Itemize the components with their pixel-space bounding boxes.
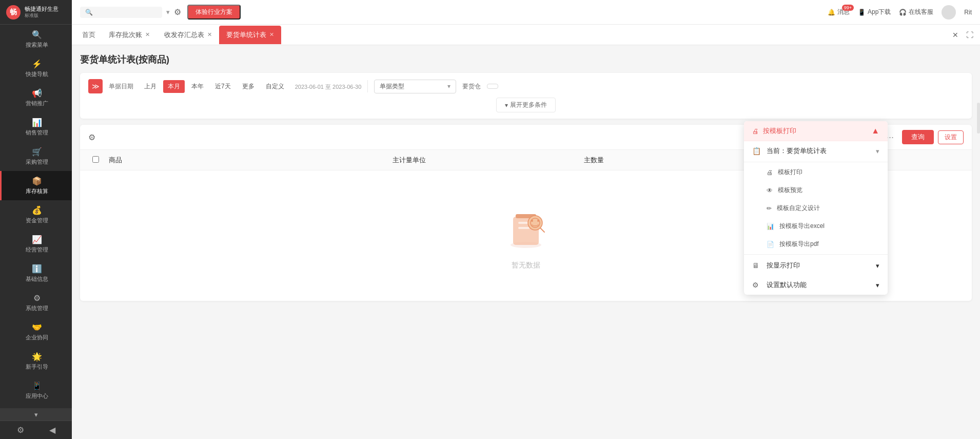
promo-button[interactable]: 体验行业方案 bbox=[187, 5, 241, 20]
username: Rit bbox=[964, 9, 972, 16]
default-settings-section[interactable]: ⚙ 设置默认功能 ▾ bbox=[744, 275, 888, 295]
topbar-right: 🔔 消息 99+ 📱 App下载 🎧 在线客服 Rit bbox=[828, 5, 972, 20]
sidebar-item-label: 销售管理 bbox=[26, 129, 48, 137]
avatar[interactable] bbox=[942, 5, 956, 20]
date-range-display: 2023-06-01 至 2023-06-30 bbox=[295, 82, 362, 91]
sidebar-item-label: 搜索菜单 bbox=[26, 41, 48, 49]
order-type-label: 单据类型 bbox=[380, 82, 404, 91]
sidebar-item-sales[interactable]: 📊 销售管理 bbox=[0, 112, 72, 142]
date-btn-more[interactable]: 更多 bbox=[238, 80, 259, 93]
scrollbar-thumb[interactable] bbox=[977, 103, 980, 133]
topbar-dropdown-arrow[interactable]: ▾ bbox=[166, 8, 170, 16]
online-service-btn[interactable]: 🎧 在线客服 bbox=[899, 8, 933, 16]
tab-stock-summary[interactable]: 收发存汇总表 ✕ bbox=[157, 26, 219, 44]
main-content: 🔍 ▾ ⚙ 体验行业方案 🔔 消息 99+ 📱 App下载 🎧 在线客服 Rit bbox=[72, 0, 980, 439]
megaphone-icon: 📢 bbox=[32, 88, 42, 98]
date-btn-this-year[interactable]: 本年 bbox=[187, 80, 208, 93]
filter-expand-btn[interactable]: ≫ bbox=[88, 79, 103, 93]
sidebar-item-system[interactable]: ⚙ 系统管理 bbox=[0, 288, 72, 317]
topbar-left: 🔍 ▾ ⚙ 体验行业方案 bbox=[80, 5, 828, 20]
template-export-pdf-item[interactable]: 📄 按模板导出pdf bbox=[744, 235, 888, 253]
gear-icon: ⚙ bbox=[33, 293, 41, 303]
date-buttons: 上月 本月 本年 近7天 更多 自定义 bbox=[140, 80, 289, 93]
print-dropdown-close-btn[interactable]: ▲ bbox=[871, 126, 879, 136]
guide-icon: 🌟 bbox=[32, 352, 42, 361]
cargo-filter[interactable] bbox=[487, 84, 498, 89]
sidebar-item-basic-info[interactable]: ℹ️ 基础信息 bbox=[0, 259, 72, 288]
sidebar-item-label: 应用中心 bbox=[26, 392, 48, 400]
sidebar-item-quick-nav[interactable]: ⚡ 快捷导航 bbox=[0, 54, 72, 83]
tab-close-icon[interactable]: ✕ bbox=[207, 31, 212, 38]
finance-icon: 💰 bbox=[32, 205, 42, 215]
current-template-item[interactable]: 📋 当前：要货单统计表 ▾ bbox=[744, 141, 888, 161]
expand-more-btn[interactable]: ▾ 展开更多条件 bbox=[496, 98, 556, 112]
sidebar-item-marketing[interactable]: 📢 营销推广 bbox=[0, 83, 72, 112]
topbar: 🔍 ▾ ⚙ 体验行业方案 🔔 消息 99+ 📱 App下载 🎧 在线客服 Rit bbox=[72, 0, 980, 25]
filter-row: ≫ 单据日期 上月 本月 本年 近7天 更多 自定义 2023-06-01 至 … bbox=[88, 79, 964, 93]
template-print-item[interactable]: 🖨 模板打印 bbox=[744, 163, 888, 181]
date-btn-7days[interactable]: 近7天 bbox=[210, 80, 236, 93]
query-button[interactable]: 查询 bbox=[902, 130, 934, 144]
messages-btn[interactable]: 🔔 消息 99+ bbox=[828, 8, 850, 16]
template-export-excel-item[interactable]: 📊 按模板导出excel bbox=[744, 217, 888, 235]
collab-icon: 🤝 bbox=[32, 322, 42, 332]
template-preview-item[interactable]: 👁 模板预览 bbox=[744, 181, 888, 199]
sidebar-item-collab[interactable]: 🤝 企业协同 bbox=[0, 317, 72, 347]
sidebar-item-appstore[interactable]: 📱 应用中心 bbox=[0, 376, 72, 405]
tab-close-icon[interactable]: ✕ bbox=[269, 31, 274, 38]
date-btn-this-month[interactable]: 本月 bbox=[163, 80, 185, 93]
settings-button[interactable]: 设置 bbox=[938, 130, 964, 144]
display-print-section[interactable]: 🖥 按显示打印 ▾ bbox=[744, 256, 888, 275]
print-dropdown: 🖨 按模板打印 ▲ 📋 当前：要货单统计表 ▾ 🖨 模板打印 👁 模板预览 ✏ bbox=[744, 121, 888, 295]
cart-icon: 🛒 bbox=[32, 147, 42, 157]
filter-separator bbox=[367, 80, 368, 92]
print-dropdown-header: 🖨 按模板打印 ▲ bbox=[744, 121, 888, 141]
date-btn-last-month[interactable]: 上月 bbox=[140, 80, 161, 93]
settings-button[interactable]: ⚙ bbox=[17, 425, 24, 435]
app-logo-icon: 畅 bbox=[6, 5, 21, 20]
sidebar-item-purchase[interactable]: 🛒 采购管理 bbox=[0, 142, 72, 171]
sidebar-logo: 畅 畅捷通好生意 标准版 bbox=[0, 0, 72, 25]
print-icon: 🖨 bbox=[767, 169, 773, 176]
sidebar-bottom: ⚙ ◀ bbox=[0, 421, 72, 439]
sidebar-item-finance[interactable]: 💰 资金管理 bbox=[0, 200, 72, 230]
sidebar-item-label: 经营管理 bbox=[26, 246, 48, 254]
date-range-text: 2023-06-01 至 2023-06-30 bbox=[295, 83, 362, 91]
page-area: 要货单统计表(按商品) ≫ 单据日期 上月 本月 本年 近7天 更多 自定义 2… bbox=[72, 45, 980, 439]
date-btn-custom[interactable]: 自定义 bbox=[261, 80, 289, 93]
order-type-filter[interactable]: 单据类型 ▾ bbox=[374, 80, 456, 93]
sidebar-item-operations[interactable]: 📈 经营管理 bbox=[0, 230, 72, 259]
topbar-search-box[interactable]: 🔍 bbox=[80, 7, 162, 18]
th-unit: 主计量单位 bbox=[388, 156, 580, 165]
sidebar-item-inventory[interactable]: 📦 库存核算 bbox=[0, 171, 72, 200]
cargo-label: 要货仓 bbox=[462, 82, 481, 91]
appstore-icon: 📱 bbox=[32, 381, 42, 391]
template-design-item[interactable]: ✏ 模板自定义设计 bbox=[744, 199, 888, 217]
divider bbox=[744, 162, 888, 162]
template-icon: 📋 bbox=[752, 147, 761, 155]
window-expand-btn[interactable]: ⛶ bbox=[964, 29, 976, 41]
messages-badge: 99+ bbox=[842, 5, 854, 11]
search-icon: 🔍 bbox=[32, 30, 42, 40]
tab-home[interactable]: 首页 bbox=[76, 26, 102, 44]
window-close-btn[interactable]: ✕ bbox=[949, 29, 962, 41]
tab-close-icon[interactable]: ✕ bbox=[145, 31, 150, 38]
tab-order-stats[interactable]: 要货单统计表 ✕ bbox=[219, 26, 281, 44]
headset-icon: 🎧 bbox=[899, 9, 907, 16]
toolbar-settings-icon[interactable]: ⚙ bbox=[88, 132, 95, 142]
arrow-icon: ▾ bbox=[876, 147, 879, 155]
th-qty: 主数量 bbox=[580, 156, 772, 165]
select-all-checkbox[interactable] bbox=[92, 156, 99, 163]
display-icon: 🖥 bbox=[752, 261, 761, 270]
sidebar-item-search[interactable]: 🔍 搜索菜单 bbox=[0, 25, 72, 54]
topbar-gear-btn[interactable]: ⚙ bbox=[174, 7, 181, 17]
sidebar-item-label: 新手引导 bbox=[26, 363, 48, 371]
app-download-btn[interactable]: 📱 App下载 bbox=[858, 8, 891, 16]
svg-line-7 bbox=[540, 228, 544, 232]
preview-icon: 👁 bbox=[767, 187, 773, 194]
sidebar-item-guide[interactable]: 🌟 新手引导 bbox=[0, 347, 72, 376]
tab-inventory-batch[interactable]: 库存批次账 ✕ bbox=[102, 26, 157, 44]
collapse-button[interactable]: ◀ bbox=[49, 425, 55, 435]
lightning-icon: ⚡ bbox=[32, 59, 42, 69]
sidebar-scroll-down[interactable]: ▾ bbox=[0, 408, 72, 421]
